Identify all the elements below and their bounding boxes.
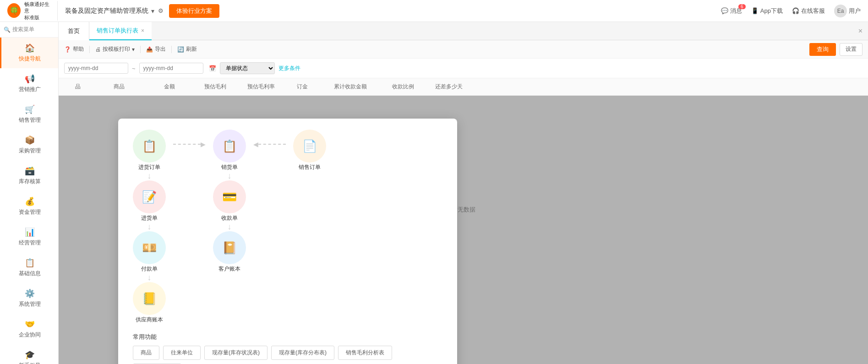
tab-bar: 首页 销售订单执行表 × × <box>59 22 868 40</box>
date-separator: ~ <box>132 65 136 72</box>
supplier-ledger-circle: 📒 <box>133 282 166 315</box>
func-btn-product[interactable]: 商品 <box>133 346 159 360</box>
enterprise-icon: 🤝 <box>25 319 35 329</box>
query-button[interactable]: 查询 <box>809 43 836 56</box>
export-button[interactable]: 📤 导出 <box>146 45 166 53</box>
tab-home[interactable]: 首页 <box>59 22 89 40</box>
app-download-button[interactable]: 📱 App下载 <box>751 7 783 15</box>
func-btn-partner[interactable]: 往来单位 <box>163 346 201 360</box>
sales-order-circle: 📄 <box>293 130 326 163</box>
flow-item-receipt[interactable]: 💳 收款单 <box>213 180 246 222</box>
col-deposit: 订金 <box>284 78 321 95</box>
operation-icon: 📊 <box>25 227 35 237</box>
date-start-input[interactable] <box>64 63 128 74</box>
flow-item-supplier-ledger[interactable]: 📒 供应商账本 <box>133 282 166 324</box>
supplier-ledger-label: 供应商账本 <box>136 316 163 324</box>
message-badge: 6 <box>738 4 746 9</box>
func-btn-sales-profit[interactable]: 销售毛利分析表 <box>338 346 392 360</box>
sidebar-item-marketing[interactable]: 📢 营销推广 <box>0 68 58 99</box>
content-area: 首页 销售订单执行表 × × ❓ 帮助 🖨 按模板打印 ▾ <box>59 22 868 364</box>
purchase-order-label: 进货订单 <box>138 163 160 171</box>
receipt-label: 收款单 <box>221 214 238 222</box>
message-button[interactable]: 💬 消息 6 <box>721 7 742 15</box>
purchase-bill-circle: 📝 <box>133 180 166 213</box>
tab-close-icon[interactable]: × <box>141 27 144 34</box>
flow-item-sales-order[interactable]: 📄 销售订单 <box>293 130 326 171</box>
flow-sales-order-col: 📄 销售订单 <box>293 130 326 171</box>
filter-row: ~ 📅 单据状态 更多条件 <box>59 59 868 78</box>
gear-icon[interactable]: ⚙ <box>158 7 164 14</box>
sidebar-item-system[interactable]: ⚙️ 系统管理 <box>0 283 58 314</box>
system-title: 装备及固定资产辅助管理系统 ▾ <box>65 7 154 15</box>
arrow-down-3: ↓ <box>147 273 152 282</box>
user-menu[interactable]: Ea 用户 <box>834 5 861 17</box>
sidebar-item-basic-info[interactable]: 📋 基础信息 <box>0 252 58 283</box>
tab-close-all-button[interactable]: × <box>858 27 863 35</box>
flow-diagram: 📋 进货订单 ↓ 📝 进货单 ↓ <box>133 130 442 324</box>
sidebar-item-guide[interactable]: 🎓 新手引导 <box>0 344 58 364</box>
top-right: 💬 消息 6 📱 App下载 🎧 在线客服 Ea 用户 <box>721 5 861 17</box>
flow-item-sales-bill[interactable]: 📋 销货单 <box>213 130 246 171</box>
table-header: 品 商品 金额 预估毛利 预估毛利率 订金 累计收款金额 收款比例 还差多少天 <box>59 78 868 96</box>
arrow-down-1: ↓ <box>147 171 152 180</box>
refresh-button[interactable]: 🔄 刷新 <box>177 45 197 53</box>
customer-ledger-label: 客户账本 <box>218 265 240 273</box>
logo-area: 🍀 畅康通好生意 标准版 <box>7 1 58 21</box>
flow-item-customer-ledger[interactable]: 📔 客户账本 <box>213 231 246 273</box>
logo-text: 畅康通好生意 标准版 <box>24 1 52 21</box>
payment-circle: 💴 <box>133 231 166 264</box>
arrow-down-5: ↓ <box>228 222 232 231</box>
online-service-button[interactable]: 🎧 在线客服 <box>792 7 825 15</box>
home-icon: 🏠 <box>25 43 35 53</box>
payment-label: 付款单 <box>141 265 158 273</box>
dashed-line-1 <box>173 144 201 145</box>
tab-sales-order[interactable]: 销售订单执行表 × <box>89 22 152 40</box>
print-button[interactable]: 🖨 按模板打印 ▾ <box>95 45 135 53</box>
sidebar-item-inventory[interactable]: 🗃️ 库存核算 <box>0 160 58 191</box>
sidebar-item-sales[interactable]: 🛒 销售管理 <box>0 99 58 130</box>
settings-button[interactable]: 设置 <box>840 43 863 56</box>
try-button[interactable]: 体验行业方案 <box>169 4 219 18</box>
print-icon: 🖨 <box>95 46 101 53</box>
sidebar: 🔍 搜索菜单 🏠 快捷导航 📢 营销推广 🛒 销售管理 📦 采购管理 <box>0 22 59 364</box>
help-icon: ❓ <box>64 46 71 53</box>
col-receipt-ratio: 收款比例 <box>380 78 426 95</box>
toolbar-divider-3 <box>171 46 172 53</box>
date-end-input[interactable] <box>139 63 203 74</box>
h-connector-1: ▶ <box>173 141 206 148</box>
page-toolbar: ❓ 帮助 🖨 按模板打印 ▾ 📤 导出 🔄 刷新 <box>59 40 868 59</box>
arrow-down-4: ↓ <box>228 171 232 180</box>
dashed-line-2 <box>258 144 286 145</box>
flow-item-payment[interactable]: 💴 付款单 <box>133 231 166 273</box>
col-total-receipt: 累计收款金额 <box>321 78 380 95</box>
flow-item-purchase-order[interactable]: 📋 进货订单 <box>133 130 166 171</box>
more-conditions-link[interactable]: 更多条件 <box>278 65 300 72</box>
guide-icon: 🎓 <box>25 350 35 360</box>
marketing-icon: 📢 <box>25 74 35 84</box>
help-button[interactable]: ❓ 帮助 <box>64 45 84 53</box>
inventory-icon: 🗃️ <box>25 166 35 176</box>
customer-ledger-circle: 📔 <box>213 231 246 264</box>
export-icon: 📤 <box>146 46 153 53</box>
calendar-icon[interactable]: 📅 <box>209 65 216 72</box>
finance-icon: 💰 <box>25 196 35 206</box>
col-est-profit-rate: 预估毛利率 <box>238 78 284 95</box>
sidebar-item-finance[interactable]: 💰 资金管理 <box>0 191 58 222</box>
print-dropdown-icon: ▾ <box>132 46 135 53</box>
flow-item-purchase-bill[interactable]: 📝 进货单 <box>133 180 166 222</box>
order-status-select[interactable]: 单据状态 <box>220 62 275 74</box>
sidebar-item-enterprise[interactable]: 🤝 企业协同 <box>0 314 58 344</box>
sidebar-item-quick-nav[interactable]: 🏠 快捷导航 <box>0 38 58 68</box>
sidebar-item-purchase[interactable]: 📦 采购管理 <box>0 130 58 160</box>
func-btn-stock-status[interactable]: 现存量(库存状况表) <box>204 346 267 360</box>
h-connector-2: ◀ <box>253 141 286 148</box>
sidebar-search[interactable]: 🔍 搜索菜单 <box>0 22 58 38</box>
flow-left-col: 📋 进货订单 ↓ 📝 进货单 ↓ <box>133 130 166 324</box>
query-area: 查询 设置 <box>809 43 863 56</box>
common-title: 常用功能 <box>133 333 442 341</box>
sales-bill-label: 销货单 <box>221 163 238 171</box>
sidebar-item-operation[interactable]: 📊 经营管理 <box>0 222 58 252</box>
system-dropdown-icon[interactable]: ▾ <box>151 7 154 15</box>
receipt-circle: 💳 <box>213 180 246 213</box>
func-btn-stock-dist[interactable]: 现存量(库存分布表) <box>271 346 334 360</box>
